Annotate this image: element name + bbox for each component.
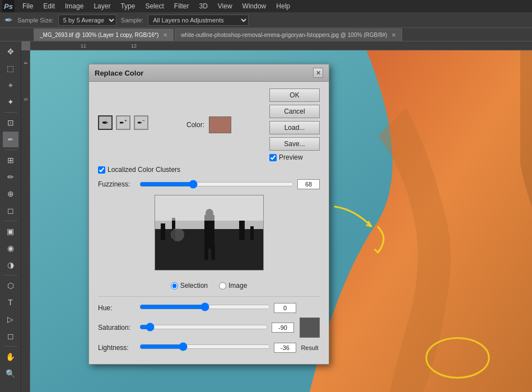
selection-option[interactable]: Selection [171, 282, 208, 290]
menu-filter[interactable]: Filter [170, 1, 194, 11]
eyedropper-add-button[interactable]: ✒+ [116, 115, 130, 130]
tab-1[interactable]: white-outline-photoshop-removal-emma-gri… [175, 29, 402, 41]
lightness-value[interactable]: -36 [274, 343, 296, 353]
menubar: Ps File Edit Image Layer Type Select Fil… [0, 0, 532, 12]
tool-zoom[interactable]: 🔍 [3, 366, 18, 381]
save-button[interactable]: Save... [269, 137, 320, 151]
sample-label: Sample: [121, 17, 143, 24]
tool-dodge[interactable]: ◑ [3, 257, 18, 273]
load-button[interactable]: Load... [269, 121, 320, 134]
result-swatch-area [300, 318, 320, 338]
image-radio[interactable] [219, 282, 226, 290]
tool-clone[interactable]: ⊕ [3, 186, 18, 202]
color-swatch[interactable] [209, 116, 231, 133]
menu-image[interactable]: Image [60, 1, 88, 11]
svg-rect-14 [155, 195, 264, 221]
color-label: Color: [186, 121, 204, 129]
tool-path-select[interactable]: ▷ [3, 311, 18, 327]
lightness-track [139, 342, 270, 353]
hue-label: Hue: [98, 304, 136, 312]
image-option[interactable]: Image [219, 282, 247, 290]
fuzziness-label: Fuzziness: [98, 180, 136, 188]
saturation-slider[interactable] [139, 323, 268, 332]
saturation-row: Saturation: -90 [98, 318, 320, 338]
selection-radio[interactable] [171, 282, 178, 290]
dialog-close-button[interactable]: ✕ [313, 68, 323, 78]
tools-panel: ✥ ⬚ ⌖ ✦ ⊡ ✒ ⊞ ✏ ⊕ ◻ ▣ ◉ ◑ ⬡ T ▷ ◻ ✋ 🔍 [0, 41, 21, 392]
tool-magic-wand[interactable]: ✦ [3, 94, 18, 110]
hue-row: Hue: 0 [98, 302, 320, 313]
svg-rect-8 [239, 221, 245, 240]
tool-sep-2 [4, 150, 17, 150]
tool-shape[interactable]: ◻ [3, 328, 18, 344]
menu-file[interactable]: File [18, 1, 38, 11]
localized-label[interactable]: Localized Color Clusters [108, 166, 180, 174]
menu-3d[interactable]: 3D [194, 1, 212, 11]
lightness-label: Lightness: [98, 344, 136, 352]
tool-marquee[interactable]: ⬚ [3, 60, 18, 76]
dialog-titlebar: Replace Color ✕ [89, 64, 329, 82]
tab-1-close[interactable]: ✕ [391, 32, 396, 38]
tool-text[interactable]: T [3, 295, 18, 310]
tabs-bar: _MG_2693.tif @ 100% (Layer 1 copy, RGB/1… [0, 28, 532, 41]
menu-window[interactable]: Window [238, 1, 271, 11]
menu-edit[interactable]: Edit [39, 1, 59, 11]
hue-slider[interactable] [139, 302, 270, 311]
menu-layer[interactable]: Layer [89, 1, 115, 11]
tool-blur[interactable]: ◉ [3, 240, 18, 256]
saturation-value[interactable]: -90 [272, 323, 294, 333]
tool-hand[interactable]: ✋ [3, 349, 18, 365]
canvas-area: ✥ ⬚ ⌖ ✦ ⊡ ✒ ⊞ ✏ ⊕ ◻ ▣ ◉ ◑ ⬡ T ▷ ◻ ✋ 🔍 11… [0, 41, 532, 392]
tool-pen[interactable]: ⬡ [3, 278, 18, 293]
dialog-body: ✒ ✒+ ✒− Color: OK Cancel Load... Save... [89, 82, 329, 364]
hue-track [139, 302, 270, 313]
ok-button[interactable]: OK [269, 88, 320, 102]
cancel-button[interactable]: Cancel [269, 105, 320, 118]
fuzziness-value[interactable]: 68 [297, 179, 320, 189]
menu-help[interactable]: Help [272, 1, 295, 11]
preview-checkbox[interactable] [269, 154, 277, 161]
hue-value[interactable]: 0 [274, 303, 296, 313]
preview-label[interactable]: Preview [279, 153, 303, 161]
color-display: Color: [186, 116, 231, 133]
tool-eraser[interactable]: ◻ [3, 203, 18, 218]
fuzziness-row: Fuzziness: 68 [98, 179, 320, 189]
sample-select[interactable]: All Layers no Adjustments [148, 15, 249, 26]
sample-size-select[interactable]: 5 by 5 Average [58, 15, 116, 26]
sample-size-label: Sample Size: [17, 17, 54, 24]
tool-gradient[interactable]: ▣ [3, 223, 18, 239]
dialog-buttons: OK Cancel Load... Save... Preview [269, 88, 320, 161]
result-label: Result [301, 344, 318, 351]
tool-lasso[interactable]: ⌖ [3, 77, 18, 93]
preview-row: Preview [269, 153, 320, 161]
photo-area: 11 12 4 5 [21, 41, 532, 392]
menu-type[interactable]: Type [116, 1, 139, 11]
tool-patch[interactable]: ⊞ [3, 152, 18, 168]
tab-0-close[interactable]: ✕ [163, 32, 167, 38]
tab-0[interactable]: _MG_2693.tif @ 100% (Layer 1 copy, RGB/1… [34, 29, 174, 41]
eyedropper-button[interactable]: ✒ [98, 115, 113, 130]
fuzziness-slider[interactable] [139, 180, 294, 189]
replacement-sliders: Hue: 0 Saturation: -90 [98, 296, 320, 353]
result-swatch [300, 318, 320, 338]
options-toolbar: ✒ Sample Size: 5 by 5 Average Sample: Al… [0, 12, 532, 28]
tool-move[interactable]: ✥ [3, 44, 18, 59]
tool-eyedropper[interactable]: ✒ [3, 132, 18, 147]
replace-color-dialog: Replace Color ✕ ✒ ✒+ ✒− Color: [88, 64, 329, 365]
selection-label: Selection [180, 282, 208, 290]
eyedropper-sub-button[interactable]: ✒− [134, 115, 148, 130]
ruler-v-mark-5: 5 [23, 98, 29, 101]
localized-checkbox[interactable] [98, 166, 105, 174]
fuzziness-track [139, 180, 294, 188]
menu-view[interactable]: View [213, 1, 237, 11]
tool-brush[interactable]: ✏ [3, 169, 18, 185]
ruler-horizontal: 11 12 [30, 41, 532, 50]
lightness-row: Lightness: -36 Result [98, 342, 320, 353]
app-logo: Ps [2, 0, 15, 12]
lightness-slider[interactable] [139, 342, 270, 351]
svg-rect-13 [211, 246, 215, 260]
menu-select[interactable]: Select [141, 1, 168, 11]
tab-0-label: _MG_2693.tif @ 100% (Layer 1 copy, RGB/1… [40, 32, 158, 38]
tool-crop[interactable]: ⊡ [3, 115, 18, 130]
preview-svg [155, 195, 264, 270]
